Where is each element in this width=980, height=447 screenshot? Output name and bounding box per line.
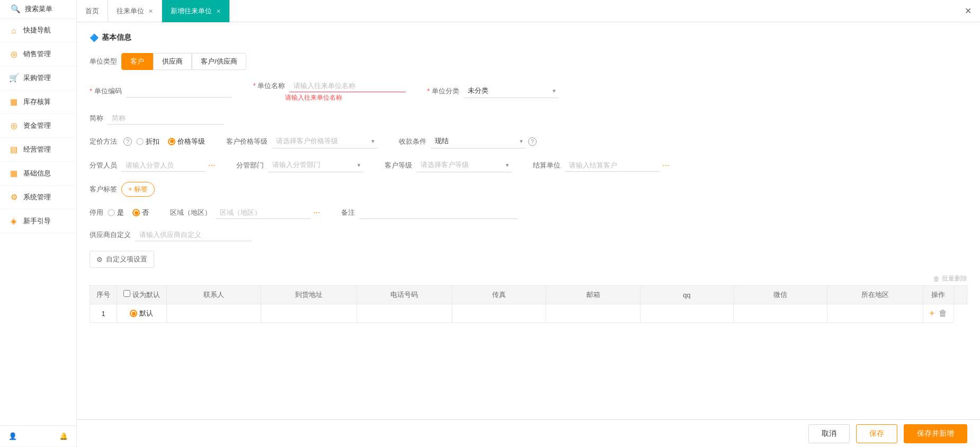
unit-code-group: 单位编码 000009 [90,85,232,98]
tab-close-icon[interactable]: ✕ [216,8,221,15]
customer-level-group: 客户等级 请选择客户等级 ▼ [385,158,512,172]
unit-category-arrow: ▼ [551,88,557,94]
disabled-group: 停用 是 否 [90,208,149,217]
save-button[interactable]: 保存 [856,424,897,443]
sidebar-search[interactable]: 🔍 搜索菜单 [0,0,76,19]
disabled-no-radio [132,209,140,216]
sidebar-item-purchase[interactable]: 🛒采购管理 [0,66,76,90]
add-tag-button[interactable]: + 标签 [121,182,155,197]
sidebar-item-basic[interactable]: ▦基础信息 [0,162,76,186]
save-new-button[interactable]: 保存并新增 [904,424,967,443]
abbr-input[interactable] [108,112,224,125]
pricing-discount-option[interactable]: 折扣 [136,137,159,146]
settlement-more-icon[interactable]: ··· [662,161,669,170]
sidebar-item-operations[interactable]: ▤经营管理 [0,138,76,162]
window-close-button[interactable]: ✕ [956,0,980,22]
cell-fax[interactable] [452,304,546,323]
disabled-label: 停用 [90,208,103,217]
cell-address[interactable] [261,304,357,323]
cell-phone[interactable] [357,304,452,323]
delete-row-icon[interactable]: 🗑 [939,309,947,318]
sidebar-item-newbie[interactable]: ◈新手引导 [0,209,76,233]
add-row-icon[interactable]: + [930,309,934,318]
cell-wechat[interactable] [733,304,827,323]
cell-actions: +🗑 [923,304,954,323]
wechat-input[interactable] [740,310,821,318]
disabled-yes-option[interactable]: 是 [108,208,124,217]
tab-partners[interactable]: 往来单位✕ [108,0,162,22]
manager-input[interactable] [121,159,206,172]
region-label: 区域（地区） [170,208,211,217]
batch-delete-button[interactable]: 🗑 批量删除 [933,274,967,283]
abbr-row: 简称 [90,112,967,125]
sidebar-item-quick-nav[interactable]: ⌂快捷导航 [0,19,76,42]
email-input[interactable] [553,310,633,318]
unit-category-select[interactable]: 未分类 ▼ [464,84,559,98]
pricing-level-option[interactable]: 价格等级 [168,137,205,146]
footer: 取消 保存 保存并新增 [77,419,980,447]
sidebar-item-finance[interactable]: ◎资金管理 [0,114,76,138]
tab-new-partner[interactable]: 新增往来单位✕ [162,0,230,22]
payment-terms-help-icon[interactable]: ? [528,137,537,146]
payment-terms-value: 现结 [433,136,519,146]
cancel-button[interactable]: 取消 [808,424,850,443]
address-input[interactable] [268,310,350,318]
customer-price-level-label: 客户价格等级 [226,137,268,146]
type-btn-supplier[interactable]: 供应商 [153,53,192,70]
remark-group: 备注 [341,206,518,219]
select-all-checkbox[interactable] [123,290,130,297]
department-select[interactable]: 请输入分管部门 ▼ [268,158,363,172]
sidebar-item-inventory[interactable]: ▦库存核算 [0,90,76,114]
customer-level-select[interactable]: 请选择客户等级 ▼ [416,158,512,172]
table-actions-bar: 🗑 批量删除 [90,274,967,283]
unit-code-input[interactable]: 000009 [126,85,232,98]
unit-name-input[interactable] [289,80,406,92]
qq-input[interactable] [647,310,727,318]
quick-nav-icon: ⌂ [8,25,19,36]
supplier-custom-input[interactable] [135,229,252,241]
type-btn-customer[interactable]: 客户 [121,53,153,70]
settlement-input[interactable] [565,159,660,172]
pricing-level-radio [168,138,175,145]
type-btn-both[interactable]: 客户/供应商 [192,53,246,70]
table-section: ⚙ 自定义项设置 🗑 批量删除 序号 设为默认联系人到货地址电话号码传真邮箱qq… [90,251,967,323]
manager-more-icon[interactable]: ··· [208,161,215,170]
customer-level-arrow: ▼ [504,162,510,168]
default-label: 默认 [139,309,153,318]
disabled-no-option[interactable]: 否 [132,208,149,217]
region-more-icon[interactable]: ··· [313,208,320,217]
settings-icon: ⚙ [96,256,103,264]
content-area: 🔷 基本信息 单位类型 客户供应商客户/供应商 单位编码 000009 单位名称 [77,22,980,419]
tab-close-icon[interactable]: ✕ [148,8,153,15]
sidebar-item-label: 经营管理 [23,145,51,154]
col-header-1: 设为默认 [117,286,167,304]
phone-input[interactable] [363,310,446,318]
tab-home[interactable]: 首页 [77,0,108,22]
region-input[interactable] [216,206,311,219]
payment-terms-label: 收款条件 [399,137,426,146]
sidebar-item-system[interactable]: ⚙系统管理 [0,186,76,209]
region-table-input[interactable] [834,310,916,318]
col-header-4: 电话号码 [357,286,452,304]
cell-region[interactable] [827,304,923,323]
disabled-row: 停用 是 否 区域（地区） ··· 备注 [90,206,967,219]
cell-contact[interactable] [166,304,261,323]
sidebar-item-sales[interactable]: ◎销售管理 [0,42,76,66]
sidebar-item-bottom1[interactable]: 👤 🔔 [0,426,76,447]
default-radio[interactable] [130,310,137,317]
sidebar-item-label: 新手引导 [23,216,51,226]
sidebar-item-label: 库存核算 [23,97,51,107]
custom-settings-button[interactable]: ⚙ 自定义项设置 [90,251,154,268]
supplier-custom-label: 供应商自定义 [90,230,131,240]
payment-terms-select[interactable]: 现结 ▼ [431,134,526,148]
cell-qq[interactable] [640,304,733,323]
cell-email[interactable] [546,304,640,323]
remark-input[interactable] [359,206,518,219]
manager-group: 分管人员 ··· [90,159,215,172]
fax-input[interactable] [459,310,539,318]
notification-icon: 🔔 [59,432,68,440]
pricing-radio-group: 折扣 价格等级 [136,137,205,146]
customer-price-level-select[interactable]: 请选择客户价格等级 ▼ [272,134,378,148]
pricing-help-icon[interactable]: ? [123,137,132,146]
contact-input[interactable] [173,310,255,318]
